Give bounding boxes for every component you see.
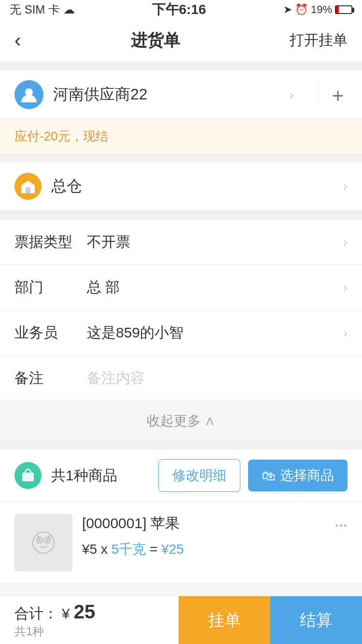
warehouse-row[interactable]: 总仓 › [0, 162, 362, 211]
status-bar-right: ➤ ⏰ 19% [283, 3, 352, 16]
warehouse-arrow-icon: › [343, 179, 348, 194]
section-gap-4 [0, 441, 362, 449]
collapse-label: 收起更多 ∧ [147, 413, 216, 428]
supplier-name: 河南供应商22 [53, 84, 289, 105]
page-title: 进货单 [131, 29, 180, 52]
warehouse-name: 总仓 [51, 176, 343, 197]
back-button[interactable]: ‹ [14, 29, 21, 51]
nav-bar: ‹ 进货单 打开挂单 [0, 19, 362, 62]
supplier-row[interactable]: 河南供应商22 › ＋ [0, 70, 362, 119]
form-section: 票据类型 不开票 › 部门 总 部 › 业务员 这是859的小智 › 备注 备注… [0, 220, 362, 401]
remark-row[interactable]: 备注 备注内容 [0, 356, 362, 401]
svg-point-3 [33, 532, 54, 553]
supplier-arrow-icon: › [289, 86, 294, 103]
modify-detail-button[interactable]: 修改明细 [158, 459, 240, 492]
invoice-type-label: 票据类型 [14, 232, 82, 252]
product-code: [0000001] [82, 515, 146, 531]
select-product-icon: 🛍 [262, 468, 275, 484]
battery-label: 19% [311, 3, 332, 16]
total-main: 合计： ¥ 25 [14, 601, 164, 624]
hang-button[interactable]: 挂单 [179, 596, 270, 644]
settle-button[interactable]: 结算 [270, 596, 362, 644]
vertical-divider [318, 83, 319, 107]
warehouse-icon-wrap [14, 173, 42, 200]
supplier-section: 河南供应商22 › ＋ 应付-20元，现结 [0, 70, 362, 154]
notice-text: 应付-20元，现结 [14, 129, 108, 143]
product-header: 共1种商品 修改明细 🛍 选择商品 [0, 449, 362, 502]
svg-point-6 [39, 539, 41, 542]
svg-rect-1 [26, 187, 30, 193]
svg-rect-2 [22, 473, 34, 481]
multiply-sign: x [101, 542, 108, 557]
select-product-button[interactable]: 🛍 选择商品 [248, 460, 348, 491]
salesperson-label: 业务员 [14, 323, 82, 343]
shopping-icon [20, 468, 36, 483]
svg-point-7 [46, 539, 49, 542]
invoice-type-arrow: › [343, 235, 348, 250]
product-title: 苹果 [151, 515, 180, 531]
total-sub: 共1种 [14, 624, 164, 639]
person-icon [20, 86, 38, 103]
section-gap-3 [0, 211, 362, 220]
invoice-type-value: 不开票 [82, 232, 343, 252]
footer: 合计： ¥ 25 共1种 挂单 结算 [0, 596, 362, 644]
product-name: [0000001] 苹果 [82, 514, 334, 533]
department-arrow: › [343, 280, 348, 295]
collapse-bar[interactable]: 收起更多 ∧ [0, 401, 362, 441]
section-gap-1 [0, 62, 362, 70]
department-label: 部门 [14, 278, 82, 297]
footer-total: 合计： ¥ 25 共1种 [0, 596, 179, 644]
department-value: 总 部 [82, 278, 343, 297]
product-thumbnail [14, 514, 72, 572]
select-product-label: 选择商品 [280, 466, 334, 485]
product-info: [0000001] 苹果 ¥5 x 5千克 = ¥25 [82, 514, 334, 559]
product-count: 共1种商品 [51, 466, 158, 486]
total-amount: 25 [74, 601, 96, 623]
remark-label: 备注 [14, 368, 82, 388]
quantity: 5千克 [111, 542, 146, 557]
supplier-avatar [14, 80, 43, 109]
section-gap-2 [0, 154, 362, 162]
add-supplier-button[interactable]: ＋ [328, 82, 348, 108]
product-more-button[interactable]: ··· [334, 514, 348, 534]
product-item: [0000001] 苹果 ¥5 x 5千克 = ¥25 ··· [0, 502, 362, 584]
warehouse-icon [20, 179, 36, 194]
status-bar-time: 下午6:16 [152, 0, 206, 19]
salesperson-arrow: › [343, 325, 348, 341]
notice-bar: 应付-20元，现结 [0, 119, 362, 154]
equals-sign: = [150, 542, 157, 557]
currency-symbol: ¥ [62, 605, 70, 622]
product-image [27, 526, 60, 560]
battery-icon [335, 5, 352, 14]
status-bar-left: 无 SIM 卡 ☁ [10, 2, 75, 17]
department-row[interactable]: 部门 总 部 › [0, 265, 362, 310]
alarm-icon: ⏰ [295, 3, 308, 16]
remark-input[interactable]: 备注内容 [82, 368, 348, 388]
salesperson-row[interactable]: 业务员 这是859的小智 › [0, 310, 362, 356]
unit-price: ¥5 [82, 542, 97, 557]
navigation-icon: ➤ [283, 3, 292, 16]
sim-label: 无 SIM 卡 ☁ [10, 2, 75, 17]
salesperson-value: 这是859的小智 [82, 323, 343, 343]
total-label: 合计： [14, 604, 58, 624]
line-total: ¥25 [161, 542, 184, 557]
product-icon-wrap [14, 462, 42, 489]
invoice-type-row[interactable]: 票据类型 不开票 › [0, 220, 362, 265]
status-bar: 无 SIM 卡 ☁ 下午6:16 ➤ ⏰ 19% [0, 0, 362, 19]
open-hang-button[interactable]: 打开挂单 [290, 30, 348, 50]
product-price-row: ¥5 x 5千克 = ¥25 [82, 540, 334, 559]
